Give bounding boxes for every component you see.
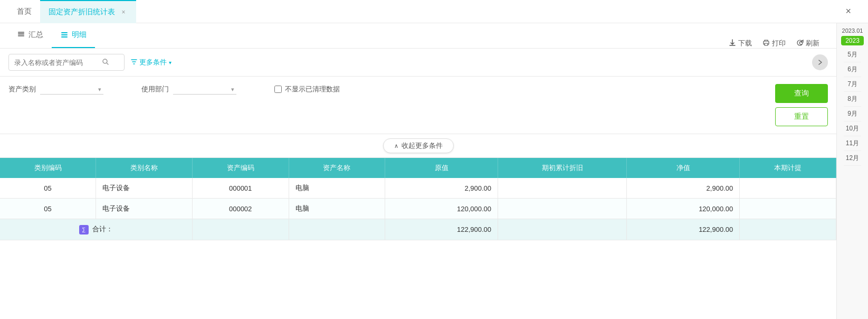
cell-asset-name: 电脑 [289, 199, 385, 219]
chevron-up-icon: ∧ [394, 143, 398, 149]
search-input-wrap[interactable] [8, 54, 125, 71]
cell-type-name: 电子设备 [96, 199, 193, 219]
col-current-dep: 本期计提 [740, 158, 836, 178]
collapse-label: 收起更多条件 [402, 141, 443, 151]
col-type-name: 类别名称 [96, 158, 193, 178]
total-current-dep [740, 219, 836, 240]
filter-actions: 查询 重置 [775, 84, 828, 126]
home-link[interactable]: 首页 [8, 0, 40, 23]
top-nav: 首页 固定资产折旧统计表 × × [0, 0, 868, 23]
dept-label: 使用部门 [141, 85, 169, 94]
main-content: 汇总 明细 [0, 23, 868, 319]
cell-accumulated-dep [498, 178, 627, 199]
more-filters-btn[interactable]: 更多条件 ▾ [131, 58, 171, 67]
print-label: 打印 [772, 39, 786, 48]
collapse-btn[interactable]: ∧ 收起更多条件 [383, 138, 454, 153]
timeline-month[interactable]: 6月 [844, 62, 861, 77]
tab-close-btn[interactable]: × [119, 8, 128, 16]
window-close-btn[interactable]: × [837, 6, 860, 17]
more-filters-label: 更多条件 [139, 58, 167, 67]
cell-asset-code: 000002 [192, 199, 289, 219]
col-original-value: 原值 [385, 158, 498, 178]
cell-type-name: 电子设备 [96, 178, 193, 199]
svg-rect-2 [18, 32, 24, 33]
svg-rect-7 [765, 43, 768, 45]
cell-original-value: 120,000.00 [385, 199, 498, 219]
total-label-cell: ∑ 合计： [0, 219, 192, 240]
refresh-icon [796, 39, 804, 48]
query-btn[interactable]: 查询 [775, 84, 828, 103]
table-header-row: 类别编码 类别名称 资产编码 资产名称 原值 期初累计折旧 净值 本期计提 [0, 158, 836, 178]
chevron-down-icon: ▾ [169, 60, 171, 65]
data-table: 类别编码 类别名称 资产编码 资产名称 原值 期初累计折旧 净值 本期计提 05… [0, 158, 836, 240]
list-icon [60, 31, 69, 39]
svg-rect-1 [18, 35, 24, 37]
total-original-value: 122,900.00 [385, 219, 498, 240]
scroll-right-btn[interactable] [812, 54, 828, 70]
cell-current-dep [740, 178, 836, 199]
filter-area: 资产类别 使用部门 [0, 77, 836, 134]
total-row: ∑ 合计： 122,900.00 122,900.00 [0, 219, 836, 240]
filter-icon [131, 59, 137, 67]
table-row[interactable]: 05 电子设备 000001 电脑 2,900.00 2,900.00 [0, 178, 836, 199]
refresh-btn[interactable]: 刷新 [796, 39, 819, 48]
cell-original-value: 2,900.00 [385, 178, 498, 199]
hide-cleared-checkbox[interactable] [274, 86, 282, 93]
dept-filter: 使用部门 [141, 84, 236, 95]
search-icon [102, 58, 109, 67]
svg-rect-3 [61, 32, 68, 33]
svg-rect-0 [18, 33, 24, 35]
filter-row: 资产类别 使用部门 [8, 84, 767, 95]
dept-select-wrap[interactable] [173, 84, 236, 95]
cell-asset-name: 电脑 [289, 178, 385, 199]
dept-select[interactable] [173, 84, 236, 95]
svg-rect-4 [61, 34, 68, 35]
layers-icon [17, 31, 25, 39]
active-tab[interactable]: 固定资产折旧统计表 × [40, 0, 136, 23]
hide-cleared-label[interactable]: 不显示已清理数据 [285, 85, 340, 94]
tab-row: 汇总 明细 [0, 23, 836, 49]
search-input[interactable] [14, 59, 99, 67]
asset-type-label: 资产类别 [8, 85, 36, 94]
col-type-code: 类别编码 [0, 158, 96, 178]
print-btn[interactable]: 打印 [762, 39, 786, 48]
col-net-value: 净值 [627, 158, 740, 178]
tab-detail[interactable]: 明细 [52, 23, 95, 48]
svg-rect-5 [61, 36, 68, 37]
col-asset-code: 资产编码 [192, 158, 289, 178]
timeline-month[interactable]: 11月 [844, 136, 861, 151]
total-accumulated-dep [498, 219, 627, 240]
timeline-date-label: 2023.01 [842, 27, 863, 34]
tab-summary[interactable]: 汇总 [8, 23, 52, 48]
total-label: 合计： [92, 225, 113, 233]
timeline-month[interactable]: 10月 [844, 121, 861, 136]
timeline-month[interactable]: 9月 [844, 107, 861, 121]
total-icon: ∑ [79, 225, 89, 234]
cell-current-dep [740, 199, 836, 219]
table-row[interactable]: 05 电子设备 000002 电脑 120,000.00 120,000.00 [0, 199, 836, 219]
timeline-month[interactable]: 7月 [844, 77, 861, 92]
print-icon [762, 39, 770, 48]
col-accumulated-dep: 期初累计折旧 [498, 158, 627, 178]
total-asset-code [192, 219, 289, 240]
timeline-year[interactable]: 2023 [841, 36, 864, 45]
total-net-value: 122,900.00 [627, 219, 740, 240]
download-btn[interactable]: 下载 [729, 39, 752, 48]
download-icon [729, 39, 736, 48]
timeline-month[interactable]: 5月 [844, 48, 861, 62]
search-bar: 更多条件 ▾ [0, 49, 836, 77]
reset-btn[interactable]: 重置 [775, 107, 828, 126]
tab-title: 固定资产折旧统计表 [49, 7, 115, 17]
cell-net-value: 120,000.00 [627, 199, 740, 219]
timeline-month[interactable]: 8月 [844, 92, 861, 107]
hide-cleared-filter: 不显示已清理数据 [274, 85, 340, 94]
tab-detail-label: 明细 [72, 30, 87, 40]
tab-summary-label: 汇总 [28, 30, 43, 40]
data-table-wrap: 类别编码 类别名称 资产编码 资产名称 原值 期初累计折旧 净值 本期计提 05… [0, 158, 836, 319]
cell-type-code: 05 [0, 178, 96, 199]
timeline-month[interactable]: 12月 [844, 151, 861, 166]
cell-asset-code: 000001 [192, 178, 289, 199]
asset-type-select[interactable] [40, 84, 103, 95]
asset-type-select-wrap[interactable] [40, 84, 103, 95]
cell-net-value: 2,900.00 [627, 178, 740, 199]
